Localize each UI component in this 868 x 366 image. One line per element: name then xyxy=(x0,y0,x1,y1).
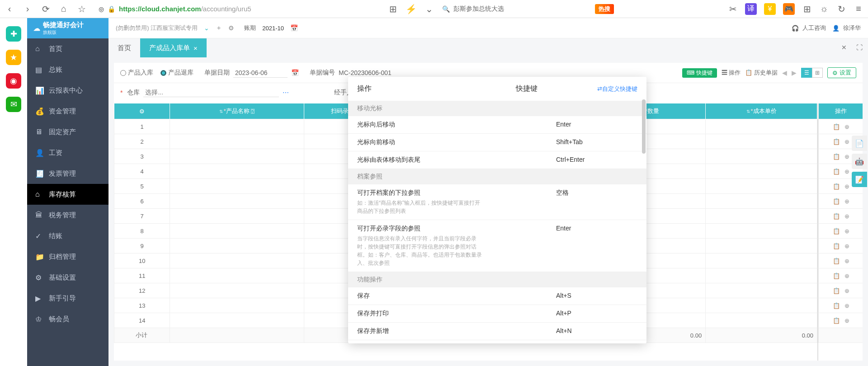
dock-mail-icon[interactable]: ✉ xyxy=(6,97,21,112)
settings-button[interactable]: ⚙ 设置 xyxy=(827,67,856,78)
sidebar-item-3[interactable]: 💰资金管理 xyxy=(27,101,108,122)
sidebar-item-7[interactable]: ⌂库存核算 xyxy=(27,184,108,205)
view-grid-icon[interactable]: ⊞ xyxy=(812,68,823,78)
game-icon[interactable]: 🎮 xyxy=(783,3,795,15)
brightness-icon[interactable]: ☼ xyxy=(819,4,829,14)
history-menu[interactable]: 📋 历史单据 xyxy=(745,69,778,77)
user-menu[interactable]: 👤 徐泽华 xyxy=(832,24,861,32)
th-price[interactable]: ⇅*成本单价 xyxy=(706,103,817,119)
star-icon[interactable]: ☆ xyxy=(77,4,87,14)
custom-hotkey-link[interactable]: ⇄自定义快捷键 xyxy=(597,85,637,93)
row-add-icon[interactable]: ⊕ xyxy=(844,123,849,130)
row-copy-icon[interactable]: 📋 xyxy=(833,228,840,235)
consult-link[interactable]: 🎧 人工咨询 xyxy=(792,24,826,32)
row-copy-icon[interactable]: 📋 xyxy=(833,258,840,264)
row-copy-icon[interactable]: 📋 xyxy=(833,153,840,160)
sidebar-item-0[interactable]: ⌂首页 xyxy=(27,38,108,59)
expand-icon[interactable]: ⛶ xyxy=(854,42,865,53)
url-dropdown-icon[interactable]: ⌄ xyxy=(424,4,434,14)
sidebar-item-6[interactable]: 🧾发票管理 xyxy=(27,163,108,184)
row-copy-icon[interactable]: 📋 xyxy=(833,302,840,309)
company-selector[interactable]: (勿删勿禁用) 江西服宝测试专用 xyxy=(116,24,198,32)
row-add-icon[interactable]: ⊕ xyxy=(844,138,849,145)
sidebar-item-4[interactable]: 🖥固定资产 xyxy=(27,122,108,142)
row-copy-icon[interactable]: 📋 xyxy=(833,272,840,279)
popover-scrollbar[interactable] xyxy=(642,99,646,154)
apps-icon[interactable]: ⊞ xyxy=(802,4,812,14)
row-add-icon[interactable]: ⊕ xyxy=(844,198,849,205)
tab-0[interactable]: 首页 xyxy=(108,38,140,57)
sidebar-item-10[interactable]: 📁归档管理 xyxy=(27,246,108,267)
search-box[interactable]: 🔍 彭斯参加总统大选 xyxy=(442,5,587,13)
row-add-icon[interactable]: ⊕ xyxy=(844,258,849,264)
row-add-icon[interactable]: ⊕ xyxy=(844,243,849,249)
next-icon[interactable]: ▶ xyxy=(792,69,797,76)
row-copy-icon[interactable]: 📋 xyxy=(833,317,840,324)
restore-icon[interactable]: ↻ xyxy=(836,4,846,14)
gear-icon[interactable]: ⚙ xyxy=(228,24,234,32)
rdock-doc-icon[interactable]: 📄 xyxy=(852,136,867,151)
sidebar-item-1[interactable]: ▤总账 xyxy=(27,59,108,80)
sidebar-item-2[interactable]: 📊云报表中心 xyxy=(27,80,108,101)
radio-inbound[interactable]: 产品入库 xyxy=(120,69,153,77)
warehouse-input[interactable] xyxy=(143,88,279,97)
rdock-robot-icon[interactable]: 🤖 xyxy=(852,154,867,169)
sidebar-item-12[interactable]: ▶新手引导 xyxy=(27,288,108,309)
company-dropdown-icon[interactable]: ⌄ xyxy=(204,24,209,32)
calendar-icon[interactable]: 📅 xyxy=(290,24,298,32)
date-value[interactable]: 2023-06-06 xyxy=(233,68,288,78)
row-add-icon[interactable]: ⊕ xyxy=(844,153,849,160)
sidebar-item-13[interactable]: ♔畅会员 xyxy=(27,309,108,329)
th-gear[interactable]: ⚙ xyxy=(114,103,170,119)
forward-icon[interactable]: › xyxy=(23,4,33,14)
th-product-name[interactable]: ⇅*产品名称 ⍰ xyxy=(170,103,304,119)
home-icon[interactable]: ⌂ xyxy=(59,4,69,14)
dock-app-icon[interactable]: ✚ xyxy=(6,26,21,42)
row-add-icon[interactable]: ⊕ xyxy=(844,183,849,190)
row-copy-icon[interactable]: 📋 xyxy=(833,287,840,294)
row-add-icon[interactable]: ⊕ xyxy=(844,213,849,220)
scissors-icon[interactable]: ✂ xyxy=(728,4,738,14)
url-bar[interactable]: ◎ 🔒 https://cloud.chanjet.com/accounting… xyxy=(95,5,380,13)
rdock-note-icon[interactable]: 📝 xyxy=(852,172,867,187)
row-copy-icon[interactable]: 📋 xyxy=(833,123,840,130)
row-add-icon[interactable]: ⊕ xyxy=(844,228,849,235)
tab-close-icon[interactable]: × xyxy=(193,44,198,52)
sidebar-item-9[interactable]: ✓结账 xyxy=(27,225,108,246)
row-add-icon[interactable]: ⊕ xyxy=(844,302,849,309)
row-copy-icon[interactable]: 📋 xyxy=(833,168,840,175)
operation-menu[interactable]: ☰ 操作 xyxy=(722,69,741,77)
row-copy-icon[interactable]: 📋 xyxy=(833,138,840,145)
dock-star-icon[interactable]: ★ xyxy=(6,50,21,65)
reload-icon[interactable]: ⟳ xyxy=(41,4,51,14)
hot-search-badge[interactable]: 热搜 xyxy=(595,4,614,14)
sidebar-item-11[interactable]: ⚙基础设置 xyxy=(27,267,108,288)
row-add-icon[interactable]: ⊕ xyxy=(844,168,849,175)
sidebar-item-5[interactable]: 👤工资 xyxy=(27,142,108,163)
more-icon[interactable]: ⋯ xyxy=(283,89,289,96)
sidebar-item-8[interactable]: 🏛税务管理 xyxy=(27,205,108,225)
tab-close-icon[interactable]: ✕ xyxy=(838,42,850,53)
tab-1[interactable]: 产成品入库单× xyxy=(140,38,207,57)
prev-icon[interactable]: ◀ xyxy=(782,69,787,76)
dock-weibo-icon[interactable]: ◉ xyxy=(6,73,21,89)
row-add-icon[interactable]: ⊕ xyxy=(844,272,849,279)
coin-icon[interactable]: ¥ xyxy=(764,3,776,15)
calendar-icon[interactable]: 📅 xyxy=(291,69,299,76)
row-copy-icon[interactable]: 📋 xyxy=(833,198,840,205)
translate-icon[interactable]: 译 xyxy=(745,3,757,15)
period-value[interactable]: 2021-10 xyxy=(262,25,284,32)
bolt-icon[interactable]: ⚡ xyxy=(406,4,416,14)
qr-icon[interactable]: ⊞ xyxy=(388,4,398,14)
row-copy-icon[interactable]: 📋 xyxy=(833,213,840,220)
add-icon[interactable]: ＋ xyxy=(216,24,222,32)
row-add-icon[interactable]: ⊕ xyxy=(844,287,849,294)
back-icon[interactable]: ‹ xyxy=(5,4,14,14)
row-copy-icon[interactable]: 📋 xyxy=(833,183,840,190)
view-list-icon[interactable]: ☰ xyxy=(801,68,812,78)
row-add-icon[interactable]: ⊕ xyxy=(844,317,849,324)
row-copy-icon[interactable]: 📋 xyxy=(833,243,840,249)
hotkey-button[interactable]: ⌨ 快捷键 xyxy=(682,68,717,78)
radio-return[interactable]: 产品退库 xyxy=(160,69,193,77)
menu-icon[interactable]: ≡ xyxy=(854,4,863,14)
